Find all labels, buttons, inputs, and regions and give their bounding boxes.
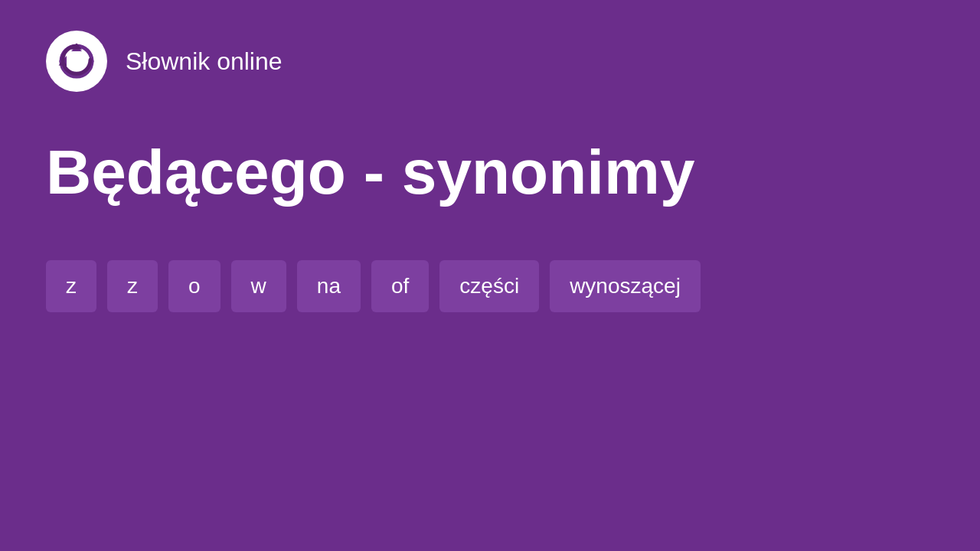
synonym-tag[interactable]: wynoszącej	[550, 260, 701, 312]
synonym-tag[interactable]: z	[107, 260, 158, 312]
synonym-tag[interactable]: z	[46, 260, 96, 312]
synonym-tag[interactable]: na	[297, 260, 361, 312]
synonym-tag[interactable]: of	[371, 260, 429, 312]
site-title: Słownik online	[126, 47, 283, 76]
logo-circle[interactable]	[46, 31, 107, 92]
main-content: Będącego - synonimy zzownaofczęściwynosz…	[0, 107, 980, 551]
svg-marker-3	[59, 60, 67, 65]
page-heading: Będącego - synonimy	[46, 138, 934, 207]
synonym-tag[interactable]: w	[231, 260, 286, 312]
header: Słownik online	[0, 0, 980, 107]
sync-icon	[56, 41, 97, 82]
synonym-tag[interactable]: części	[439, 260, 539, 312]
synonym-tag[interactable]: o	[168, 260, 220, 312]
synonyms-row: zzownaofczęściwynoszącej	[46, 260, 934, 312]
